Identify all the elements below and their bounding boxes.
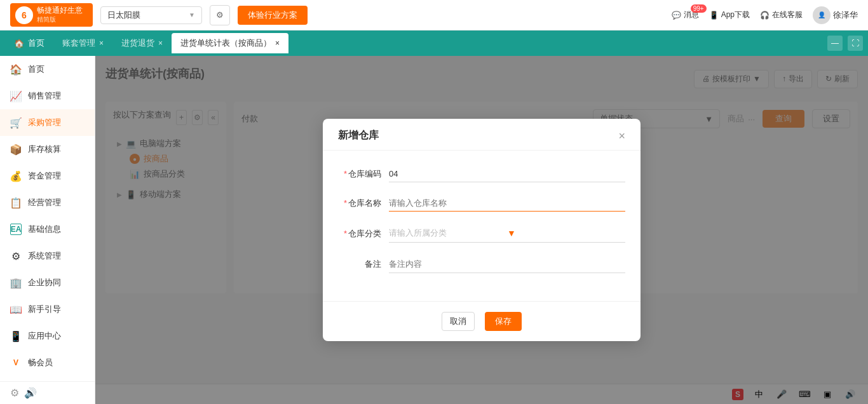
modal-title: 新增仓库: [338, 129, 379, 142]
home-sidebar-icon: 🏠: [10, 64, 22, 75]
guide-icon: 📖: [10, 304, 22, 315]
warehouse-category-select[interactable]: 请输入所属分类 ▼: [389, 224, 625, 243]
warehouse-code-input[interactable]: [389, 166, 625, 182]
modal-footer: 取消 保存: [323, 301, 641, 341]
message-icon: 💬: [672, 11, 681, 20]
gear-icon: ⚙: [216, 10, 224, 20]
warehouse-name-input[interactable]: [389, 195, 625, 212]
tab-purchase-return[interactable]: 进货退货 ×: [112, 33, 172, 53]
logo-area: 6 畅捷通好生意 精简版: [10, 3, 93, 27]
sidebar-scroll: 🏠 首页 📈 销售管理 🛒 采购管理 📦 库存核算 💰 资金管理 📋 经: [0, 56, 95, 381]
sidebar-guide-label: 新手引导: [28, 304, 61, 315]
settings-bottom-icon[interactable]: ⚙: [10, 387, 19, 399]
save-button[interactable]: 保存: [485, 312, 522, 331]
tab-accounts-label: 账套管理: [62, 37, 95, 49]
cancel-button[interactable]: 取消: [442, 312, 475, 331]
sidebar-item-purchase[interactable]: 🛒 采购管理: [0, 109, 95, 136]
name-label: 仓库名称: [338, 198, 389, 209]
inventory-icon: 📦: [10, 144, 22, 155]
tab-home-label: 首页: [28, 37, 44, 49]
sidebar-item-enterprise[interactable]: 🏢 企业协同: [0, 269, 95, 296]
tab-bar: 🏠 首页 账套管理 × 进货退货 × 进货单统计表（按商品） × — ⛶: [0, 30, 868, 56]
category-arrow-icon: ▼: [507, 228, 625, 238]
sales-icon: 📈: [10, 90, 22, 102]
tab-accounts[interactable]: 账套管理 ×: [53, 33, 112, 53]
sidebar-enterprise-label: 企业协同: [28, 277, 61, 288]
mobile-icon: 📱: [709, 11, 719, 20]
tab-bar-right: — ⛶: [827, 36, 863, 51]
sidebar-item-operations[interactable]: 📋 经营管理: [0, 189, 95, 216]
sidebar-system-label: 系统管理: [28, 250, 61, 262]
headset-icon: 🎧: [760, 11, 770, 20]
online-service-item[interactable]: 🎧 在线客服: [760, 10, 803, 20]
system-icon: ⚙: [10, 250, 22, 262]
store-selector[interactable]: 日太阳膜 ▼: [100, 6, 202, 24]
sidebar-home-label: 首页: [28, 64, 44, 75]
sidebar-bottom: ⚙ 🔊: [0, 381, 95, 404]
user-item[interactable]: 👤 徐泽华: [813, 6, 858, 24]
tab-minimize-btn[interactable]: —: [827, 36, 843, 51]
top-header: 6 畅捷通好生意 精简版 日太阳膜 ▼ ⚙ 体验行业方案 💬 消息 99+ 📱 …: [0, 0, 868, 30]
remark-label: 备注: [338, 259, 389, 270]
collapse-sidebar-icon[interactable]: 🔊: [24, 387, 37, 399]
category-form-row: 仓库分类 请输入所属分类 ▼: [338, 224, 625, 243]
tab-purchase-return-close[interactable]: ×: [158, 39, 163, 48]
enterprise-icon: 🏢: [10, 277, 22, 288]
logo-app-name: 畅捷通好生意: [37, 6, 83, 16]
settings-button[interactable]: ⚙: [210, 5, 230, 25]
sidebar-basic-info-label: 基础信息: [28, 224, 61, 235]
trial-button[interactable]: 体验行业方案: [238, 6, 308, 25]
modal-close-btn[interactable]: ×: [618, 130, 625, 142]
sidebar-item-finance[interactable]: 💰 资金管理: [0, 163, 95, 189]
app-download-item[interactable]: 📱 App下载: [709, 10, 750, 20]
new-warehouse-modal: 新增仓库 × 仓库编码 仓库名称 仓库分类 请输入所属分: [323, 119, 641, 341]
app-center-icon: 📱: [10, 330, 22, 342]
sidebar-item-system[interactable]: ⚙ 系统管理: [0, 243, 95, 269]
tab-expand-btn[interactable]: ⛶: [848, 36, 863, 51]
name-form-row: 仓库名称: [338, 195, 625, 212]
sidebar-item-inventory[interactable]: 📦 库存核算: [0, 136, 95, 163]
home-icon: 🏠: [14, 39, 24, 48]
store-name: 日太阳膜: [107, 10, 186, 21]
sidebar-purchase-label: 采购管理: [28, 117, 61, 128]
avatar: 👤: [813, 6, 831, 24]
tab-accounts-close[interactable]: ×: [99, 39, 104, 48]
sidebar-finance-label: 资金管理: [28, 170, 61, 182]
category-label: 仓库分类: [338, 228, 389, 239]
modal-header: 新增仓库 ×: [323, 119, 641, 151]
content-area: 进货单统计(按商品) 🖨 按模板打印 ▼ ↑ 导出 ↻ 刷新: [95, 56, 868, 404]
warehouse-remark-input[interactable]: [389, 255, 625, 273]
message-item[interactable]: 💬 消息 99+: [672, 10, 699, 20]
sidebar-member-label: 畅会员: [28, 357, 53, 368]
member-icon: V: [10, 357, 22, 368]
tab-purchase-stats-label: 进货单统计表（按商品）: [180, 37, 271, 49]
chevron-down-icon: ▼: [189, 11, 195, 18]
tab-home[interactable]: 🏠 首页: [5, 33, 53, 53]
sidebar-item-basic-info[interactable]: EA 基础信息: [0, 216, 95, 243]
sidebar: 🏠 首页 📈 销售管理 🛒 采购管理 📦 库存核算 💰 资金管理 📋 经: [0, 56, 95, 404]
logo-icon: 6: [15, 6, 33, 24]
sidebar-item-home[interactable]: 🏠 首页: [0, 56, 95, 83]
sidebar-operations-label: 经营管理: [28, 197, 61, 208]
sidebar-item-app-center[interactable]: 📱 应用中心: [0, 323, 95, 349]
tab-purchase-stats-close[interactable]: ×: [275, 39, 280, 48]
finance-icon: 💰: [10, 170, 22, 182]
modal-body: 仓库编码 仓库名称 仓库分类 请输入所属分类 ▼: [323, 151, 641, 301]
remark-form-row: 备注: [338, 255, 625, 273]
tab-purchase-return-label: 进货退货: [121, 37, 154, 49]
basic-info-icon: EA: [10, 224, 22, 235]
app-download-label: App下载: [721, 10, 750, 20]
logo-text-wrap: 畅捷通好生意 精简版: [37, 6, 83, 25]
code-label: 仓库编码: [338, 168, 389, 180]
main-layout: 🏠 首页 📈 销售管理 🛒 采购管理 📦 库存核算 💰 资金管理 📋 经: [0, 56, 868, 404]
user-name: 徐泽华: [833, 10, 858, 21]
sidebar-sales-label: 销售管理: [28, 90, 61, 102]
sidebar-item-member[interactable]: V 畅会员: [0, 349, 95, 376]
purchase-icon: 🛒: [10, 117, 22, 128]
sidebar-item-guide[interactable]: 📖 新手引导: [0, 296, 95, 323]
code-form-row: 仓库编码: [338, 166, 625, 182]
sidebar-item-sales[interactable]: 📈 销售管理: [0, 83, 95, 109]
tab-purchase-stats[interactable]: 进货单统计表（按商品） ×: [172, 33, 288, 53]
sidebar-inventory-label: 库存核算: [28, 144, 61, 155]
sidebar-app-center-label: 应用中心: [28, 330, 61, 342]
